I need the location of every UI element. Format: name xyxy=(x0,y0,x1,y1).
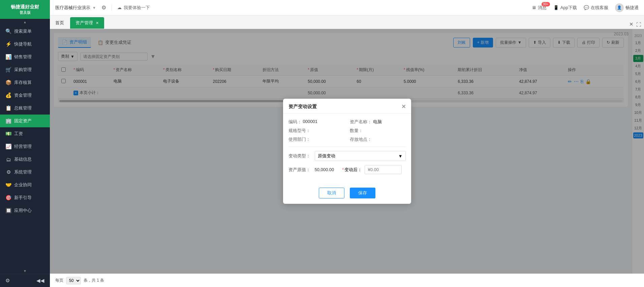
sidebar-label-inventory: 库存核算 xyxy=(14,79,32,86)
experience-btn[interactable]: ☁ 我要体验一下 xyxy=(117,5,150,11)
guide-icon: 🎯 xyxy=(5,195,11,201)
search-icon: 🔍 xyxy=(5,28,11,34)
modal-save-btn[interactable]: 保存 xyxy=(350,188,375,198)
sales-icon: 📊 xyxy=(5,54,11,60)
sidebar-item-guide[interactable]: 🎯 新手引导 xyxy=(0,191,50,204)
modal-name-item: 资产名称： 电脑 xyxy=(350,119,406,125)
modal-close-icon[interactable]: ✕ xyxy=(401,103,406,110)
sidebar-logo: 畅捷通好业财 普及版 xyxy=(0,0,50,19)
notification-badge: 99+ xyxy=(542,2,550,6)
topbar-settings-icon[interactable]: ⚙ xyxy=(101,4,106,11)
management-icon: 📈 xyxy=(5,144,11,150)
sidebar-bottom: ⚙ ◀◀ xyxy=(0,274,50,287)
sidebar-label-appstore: 应用中心 xyxy=(14,208,32,214)
sidebar-scroll-up[interactable]: ▲ xyxy=(0,19,50,25)
finance-icon: 💰 xyxy=(5,92,11,98)
modal-dept-label: 使用部门： xyxy=(288,136,310,142)
sidebar-item-appstore[interactable]: 🔲 应用中心 xyxy=(0,204,50,217)
company-selector[interactable]: 医疗器械行业演示 ▼ xyxy=(55,5,96,11)
inventory-icon: 📦 xyxy=(5,79,11,86)
sidebar-item-nav[interactable]: ⚡ 快捷导航 xyxy=(0,38,50,51)
modal-after-input[interactable] xyxy=(365,165,402,174)
sidebar-item-search[interactable]: 🔍 搜索菜单 xyxy=(0,25,50,38)
modal-title: 资产变动设置 xyxy=(288,104,317,110)
pagination-bar: 每页 50 条，共 1 条 xyxy=(50,274,644,287)
sidebar-item-management[interactable]: 📈 经营管理 xyxy=(0,140,50,153)
tab-expand-icon[interactable]: ⛶ xyxy=(636,22,641,27)
sidebar-label-payroll: 工资 xyxy=(14,131,23,137)
modal-footer: 取消 保存 xyxy=(283,184,411,204)
modal-asset-name-value: 电脑 xyxy=(373,119,382,125)
basic-icon: 🗂 xyxy=(5,157,11,162)
modal-select-arrow-icon: ▼ xyxy=(398,154,403,159)
tabbar-actions: ✕ ⛶ xyxy=(629,21,644,29)
app-download-btn[interactable]: 📱 App下载 xyxy=(553,5,577,11)
sidebar-label-collab: 企业协同 xyxy=(14,182,32,188)
modal-code-item: 编码： 000001 xyxy=(288,119,344,125)
sidebar-item-finance[interactable]: 💰 资金管理 xyxy=(0,89,50,102)
modal-change-type-row: 变动类型： 原值变动 ▼ xyxy=(288,151,406,161)
ledger-icon: 📋 xyxy=(5,105,11,111)
per-page-label: 每页 xyxy=(55,278,63,283)
sidebar-label-sales: 销售管理 xyxy=(14,54,32,60)
tabbar: 首页 资产管理 ✕ ✕ ⛶ xyxy=(50,15,644,29)
sidebar-item-sales[interactable]: 📊 销售管理 xyxy=(0,51,50,63)
company-name: 医疗器械行业演示 xyxy=(55,5,90,11)
online-service-btn[interactable]: 💬 在线客服 xyxy=(584,5,608,11)
topbar: 医疗器械行业演示 ▼ ⚙ ☁ 我要体验一下 🖥 消息 99+ 📱 App下载 💬… xyxy=(50,0,644,15)
service-icon: 💬 xyxy=(584,5,589,10)
sidebar-item-assets[interactable]: 🏢 固定资产 xyxy=(0,115,50,127)
tab-close-icon[interactable]: ✕ xyxy=(96,21,99,25)
tab-home-label: 首页 xyxy=(55,20,64,26)
notification-btn[interactable]: 🖥 消息 99+ xyxy=(532,5,547,11)
main-area: 医疗器械行业演示 ▼ ⚙ ☁ 我要体验一下 🖥 消息 99+ 📱 App下载 💬… xyxy=(50,0,644,287)
modal-change-type-select[interactable]: 原值变动 ▼ xyxy=(315,151,406,161)
sidebar-label-management: 经营管理 xyxy=(14,144,32,150)
modal-code-label: 编码： xyxy=(288,119,302,125)
username: 畅捷通 xyxy=(625,5,639,11)
appstore-icon: 🔲 xyxy=(5,208,11,214)
tab-home[interactable]: 首页 xyxy=(50,17,69,29)
sidebar-item-purchase[interactable]: 🛒 采购管理 xyxy=(0,63,50,76)
modal-spec-item: 规格型号： xyxy=(288,128,344,134)
sidebar-label-guide: 新手引导 xyxy=(14,195,32,201)
tab-close-btn[interactable]: ✕ xyxy=(629,21,634,27)
sidebar-item-payroll[interactable]: 💵 工资 xyxy=(0,127,50,140)
tab-asset-management[interactable]: 资产管理 ✕ xyxy=(70,17,104,29)
sidebar-item-system[interactable]: ⚙ 系统管理 xyxy=(0,166,50,179)
service-label: 在线客服 xyxy=(591,5,608,11)
modal-cancel-btn[interactable]: 取消 xyxy=(319,188,344,198)
modal-body: 编码： 000001 资产名称： 电脑 规格型号： 数量： xyxy=(283,114,411,184)
modal-after-label: *变动后： xyxy=(342,167,362,173)
modal-info-grid: 编码： 000001 资产名称： 电脑 规格型号： 数量： xyxy=(288,119,406,142)
asset-change-modal: 资产变动设置 ✕ 编码： 000001 资产名称： 电脑 xyxy=(283,99,411,204)
modal-asset-name-label: 资产名称： xyxy=(350,119,372,125)
app-download-label: App下载 xyxy=(560,5,577,11)
modal-code-value: 000001 xyxy=(303,119,317,125)
modal-overlay: 资产变动设置 ✕ 编码： 000001 资产名称： 电脑 xyxy=(50,29,644,274)
modal-spec-label: 规格型号： xyxy=(288,128,310,134)
download-icon: 📱 xyxy=(553,5,559,10)
sidebar-scroll-down[interactable]: ▼ xyxy=(0,268,50,274)
sidebar-item-inventory[interactable]: 📦 库存核算 xyxy=(0,76,50,89)
modal-location-item: 存放地点： xyxy=(350,136,406,142)
sidebar-label-ledger: 总账管理 xyxy=(14,105,32,111)
topbar-divider xyxy=(112,4,112,11)
modal-header: 资产变动设置 ✕ xyxy=(283,99,411,114)
modal-qty-item: 数量： xyxy=(350,128,406,134)
app-edition: 普及版 xyxy=(20,10,31,15)
collapse-icon[interactable]: ◀◀ xyxy=(36,278,44,284)
modal-divider xyxy=(288,147,406,147)
modal-qty-label: 数量： xyxy=(350,128,363,134)
settings-bottom-icon[interactable]: ⚙ xyxy=(5,278,10,284)
sidebar-item-basic[interactable]: 🗂 基础信息 xyxy=(0,153,50,166)
user-menu[interactable]: 👤 畅捷通 xyxy=(615,3,639,12)
assets-icon: 🏢 xyxy=(5,118,11,124)
sidebar-item-collab[interactable]: 🤝 企业协同 xyxy=(0,179,50,191)
per-page-select[interactable]: 50 xyxy=(66,277,81,284)
tab-asset-label: 资产管理 xyxy=(75,20,93,26)
sidebar-label-basic: 基础信息 xyxy=(14,156,32,162)
sidebar-item-ledger[interactable]: 📋 总账管理 xyxy=(0,102,50,115)
sidebar-nav: 🔍 搜索菜单 ⚡ 快捷导航 📊 销售管理 🛒 采购管理 📦 库存核算 💰 资金管… xyxy=(0,25,50,268)
collab-icon: 🤝 xyxy=(5,182,11,188)
